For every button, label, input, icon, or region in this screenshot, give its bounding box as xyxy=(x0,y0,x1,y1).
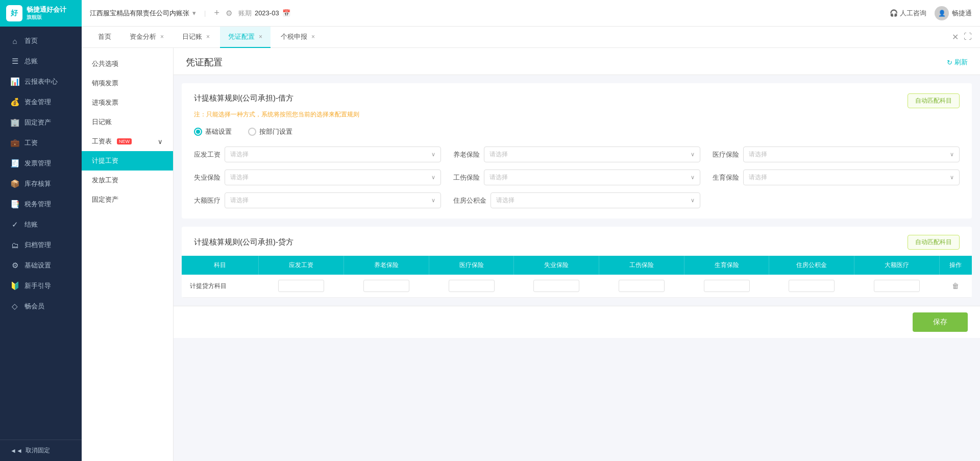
form-row-gongshang: 工伤保险 请选择 ∨ xyxy=(453,169,700,185)
period-selector[interactable]: 账期 2023-03 📅 xyxy=(238,9,290,18)
tab-voucher-close[interactable]: × xyxy=(259,33,262,40)
cell-shiye xyxy=(514,275,599,298)
select-dae[interactable]: 请选择 ∨ xyxy=(225,192,441,208)
sidebar-item-label: 固定资产 xyxy=(24,118,51,127)
form-row-zhufang: 住房公积金 请选择 ∨ xyxy=(453,192,700,208)
unpin-button[interactable]: ◄◄ 取消固定 xyxy=(0,440,82,461)
tab-capital-close[interactable]: × xyxy=(160,33,164,40)
sidebar-item-capital[interactable]: 💰 资金管理 xyxy=(0,92,82,112)
save-bar: 保存 xyxy=(174,306,980,338)
tab-tax-close[interactable]: × xyxy=(311,33,315,40)
select-gongshang[interactable]: 请选择 ∨ xyxy=(484,169,700,185)
input-shengyu[interactable] xyxy=(704,280,750,292)
input-yanglao[interactable] xyxy=(363,280,409,292)
left-menu-purchase-invoice[interactable]: 进项发票 xyxy=(82,93,173,112)
user-button[interactable]: 👤 畅捷通 xyxy=(935,6,972,20)
select-dae-placeholder: 请选择 xyxy=(230,196,249,205)
tab-tax[interactable]: 个税申报 × xyxy=(273,27,323,48)
add-company-button[interactable]: + xyxy=(214,8,219,18)
select-yanglao-placeholder: 请选择 xyxy=(489,150,508,159)
expand-icon[interactable]: ⛶ xyxy=(964,32,972,42)
left-menu-fixed-assets-label: 固定资产 xyxy=(92,196,118,203)
tab-capital[interactable]: 资金分析 × xyxy=(121,27,172,48)
left-menu-salary-pay[interactable]: 发放工资 xyxy=(82,171,173,190)
delete-button[interactable]: 🗑 xyxy=(952,282,959,290)
sidebar-item-label: 云报表中心 xyxy=(24,77,58,86)
input-zhufang[interactable] xyxy=(789,280,835,292)
left-menu-public[interactable]: 公共选项 xyxy=(82,54,173,74)
chevron-down-icon: ∨ xyxy=(431,197,435,204)
debit-section: 自动匹配科目 计提核算规则(公司承担)-借方 注：只能选择一种方式，系统将按照您… xyxy=(182,83,972,219)
sidebar-item-label: 发票管理 xyxy=(24,159,51,168)
sidebar-item-label: 总账 xyxy=(24,57,38,66)
refresh-button[interactable]: ↻ 刷新 xyxy=(947,58,968,67)
tab-journal[interactable]: 日记账 × xyxy=(174,27,218,48)
auto-match-debit-button[interactable]: 自动匹配科目 xyxy=(908,93,960,108)
save-button[interactable]: 保存 xyxy=(913,312,968,332)
avatar-icon: 👤 xyxy=(938,10,946,17)
sidebar-item-guide[interactable]: 🔰 新手引导 xyxy=(0,276,82,296)
radio-dept[interactable]: 按部门设置 xyxy=(248,127,292,136)
input-dae[interactable] xyxy=(874,280,920,292)
sidebar-item-salary[interactable]: 💼 工资 xyxy=(0,133,82,153)
sidebar-item-archive[interactable]: 🗂 归档管理 xyxy=(0,235,82,255)
sidebar-item-label: 库存核算 xyxy=(24,179,51,188)
close-all-icon[interactable]: ✕ xyxy=(952,32,959,42)
select-shengyu[interactable]: 请选择 ∨ xyxy=(743,169,960,185)
sidebar-item-inventory[interactable]: 📦 库存核算 xyxy=(0,174,82,194)
select-yanglao[interactable]: 请选择 ∨ xyxy=(484,147,700,162)
input-yingfa[interactable] xyxy=(278,280,324,292)
auto-match-credit-button[interactable]: 自动匹配科目 xyxy=(908,235,960,250)
left-menu-public-label: 公共选项 xyxy=(92,60,118,67)
radio-basic-dot xyxy=(196,130,200,134)
left-menu-sales-invoice[interactable]: 销项发票 xyxy=(82,74,173,93)
input-yiliao[interactable] xyxy=(449,280,495,292)
reports-icon: 📊 xyxy=(10,77,19,86)
form-row-shengyu: 生育保险 请选择 ∨ xyxy=(713,169,960,185)
select-yiliao[interactable]: 请选择 ∨ xyxy=(743,147,960,162)
app-name: 畅捷通好会计 xyxy=(27,6,66,14)
th-action: 操作 xyxy=(939,256,972,275)
select-shiye[interactable]: 请选择 ∨ xyxy=(225,169,441,185)
th-yiliao: 医疗保险 xyxy=(429,256,514,275)
tab-home[interactable]: 首页 xyxy=(90,27,119,48)
sidebar-item-home[interactable]: ⌂ 首页 xyxy=(0,31,82,51)
sidebar-item-assets[interactable]: 🏢 固定资产 xyxy=(0,112,82,133)
select-yingfa[interactable]: 请选择 ∨ xyxy=(225,147,441,162)
left-menu-journal[interactable]: 日记账 xyxy=(82,112,173,132)
tab-voucher-config[interactable]: 凭证配置 × xyxy=(220,27,271,48)
sidebar-item-reports[interactable]: 📊 云报表中心 xyxy=(0,71,82,92)
left-menu-salary-table-group[interactable]: 工资表 NEW ∨ xyxy=(82,132,173,151)
app-logo: 好 畅捷通好会计 旗舰版 xyxy=(0,0,82,27)
sidebar-item-settings[interactable]: ⚙ 基础设置 xyxy=(0,255,82,276)
credit-table: 科目 应发工资 养老保险 医疗保险 失业保险 工伤保险 生育保险 住房公积金 大… xyxy=(182,256,972,298)
user-name: 畅捷通 xyxy=(952,9,972,18)
settings-button[interactable]: ⚙ xyxy=(226,9,232,18)
chevron-down-icon: ∨ xyxy=(691,174,695,181)
left-menu-fixed-assets[interactable]: 固定资产 xyxy=(82,190,173,209)
chevron-down-icon: ∨ xyxy=(431,151,435,158)
sidebar-item-ledger[interactable]: ☰ 总账 xyxy=(0,51,82,71)
refresh-icon: ↻ xyxy=(947,59,952,66)
label-dae: 大额医疗 xyxy=(194,196,220,205)
support-button[interactable]: 🎧 人工咨询 xyxy=(890,9,926,18)
capital-icon: 💰 xyxy=(10,98,19,107)
sidebar-item-member[interactable]: ◇ 畅会员 xyxy=(0,296,82,317)
tab-journal-close[interactable]: × xyxy=(206,33,210,40)
input-shiye[interactable] xyxy=(533,280,579,292)
radio-basic[interactable]: 基础设置 xyxy=(194,127,232,136)
sidebar-item-invoice[interactable]: 🧾 发票管理 xyxy=(0,153,82,174)
company-selector[interactable]: 江西服宝精品有限责任公司内账张 ▾ xyxy=(90,9,196,18)
assets-icon: 🏢 xyxy=(10,118,19,127)
select-zhufang[interactable]: 请选择 ∨ xyxy=(491,192,700,208)
page-content: 凭证配置 ↻ 刷新 自动匹配科目 计提核算规则(公司承担)-借方 注：只能选择一… xyxy=(174,48,980,461)
input-gongshang[interactable] xyxy=(619,280,665,292)
tabbar: 首页 资金分析 × 日记账 × 凭证配置 × 个税申报 × ✕ ⛶ xyxy=(82,27,980,48)
chevron-down-icon: ∨ xyxy=(950,174,954,181)
debit-section-note: 注：只能选择一种方式，系统将按照您当前的选择来配置规则 xyxy=(194,110,960,119)
sidebar-item-tax[interactable]: 📑 税务管理 xyxy=(0,194,82,214)
left-menu-salary-pay-label: 发放工资 xyxy=(92,176,118,184)
sidebar-item-settle[interactable]: ✓ 结账 xyxy=(0,214,82,235)
radio-basic-circle xyxy=(194,128,202,136)
left-menu-salary-calc[interactable]: 计提工资 xyxy=(82,151,173,171)
